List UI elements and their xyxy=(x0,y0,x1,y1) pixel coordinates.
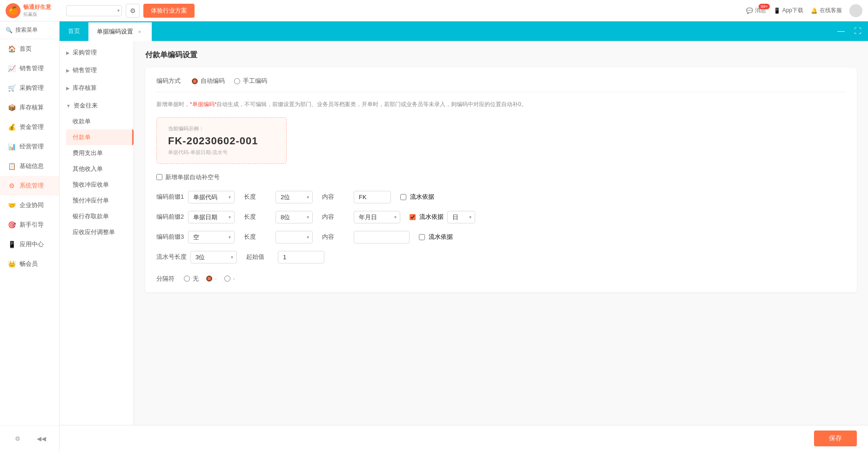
sidebar-label-finance: 资金管理 xyxy=(20,123,44,131)
tab-close-icon[interactable]: × xyxy=(136,28,143,35)
trial-button[interactable]: 体验行业方案 xyxy=(143,4,195,18)
sub-item-bank[interactable]: 银行存取款单 xyxy=(66,209,134,224)
auto-fill-checkbox[interactable] xyxy=(156,174,162,180)
tab-expand-btn[interactable]: ⛶ xyxy=(851,25,864,38)
user-avatar[interactable] xyxy=(849,4,862,17)
sidebar-label-collab: 企业协同 xyxy=(20,201,44,209)
serial2-unit-select[interactable]: 日 xyxy=(447,211,475,223)
service-icon: 🔔 xyxy=(811,7,818,14)
sub-item-pre-pay[interactable]: 预付冲应付单 xyxy=(66,193,134,209)
sidebar-item-base[interactable]: 📋 基础信息 xyxy=(0,156,59,176)
length3-select[interactable] xyxy=(276,231,313,243)
sidebar-item-inventory[interactable]: 📦 库存核算 xyxy=(0,98,59,117)
sidebar-nav: 🏠 首页 📈 销售管理 🛒 采购管理 📦 库存核算 💰 资金管理 📊 经 xyxy=(0,39,59,425)
auto-fill-label[interactable]: 新增单据自动补空号 xyxy=(165,173,220,182)
length1-select[interactable]: 2位 xyxy=(276,191,313,203)
settings-bottom-btn[interactable]: ⚙ xyxy=(11,431,25,445)
separator-row: 分隔符 无 · xyxy=(156,275,846,283)
save-button[interactable]: 保存 xyxy=(814,431,857,446)
sub-group-capital: ▼ 资金往来 收款单 付款单 费用支出单 其他收入单 预收冲应收单 预付冲应付单… xyxy=(60,98,134,240)
start-value-label: 起始值 xyxy=(246,253,274,261)
content1-input[interactable] xyxy=(354,191,391,203)
radio-auto[interactable]: 自动编码 xyxy=(192,77,225,85)
chevron-sales: ▶ xyxy=(66,68,70,73)
breadcrumb-wrapper xyxy=(66,5,122,16)
tab-encode-settings[interactable]: 单据编码设置 × xyxy=(88,21,152,41)
serial2-checkbox[interactable] xyxy=(410,214,416,220)
sep-dash-option[interactable]: · xyxy=(206,275,217,282)
field-length2: 长度 8位 xyxy=(244,211,313,223)
breadcrumb-input[interactable] xyxy=(66,5,122,16)
serial1-checkbox[interactable] xyxy=(400,194,406,200)
form-row-1: 编码前缀1 单据代码 长度 xyxy=(156,191,846,203)
sep-dash-radio[interactable] xyxy=(206,276,212,282)
prefix3-select[interactable]: 空 xyxy=(188,231,235,243)
tab-home[interactable]: 首页 xyxy=(60,21,88,41)
sub-group-purchase: ▶ 采购管理 xyxy=(60,45,134,61)
start-value-input[interactable] xyxy=(278,251,324,263)
chevron-purchase: ▶ xyxy=(66,50,70,55)
sub-group-inventory-label: 库存核算 xyxy=(73,84,97,92)
sample-label: 当前编码示例： xyxy=(168,125,275,132)
content2-select[interactable]: 年月日 xyxy=(354,211,400,223)
sep-none-radio[interactable] xyxy=(184,276,190,282)
sidebar-item-collab[interactable]: 🤝 企业协同 xyxy=(0,195,59,215)
sep-dot-radio[interactable] xyxy=(224,276,230,282)
sidebar-item-member[interactable]: 👑 畅会员 xyxy=(0,254,59,274)
sidebar-item-guide[interactable]: 🎯 新手引导 xyxy=(0,215,59,235)
sidebar-item-finance[interactable]: 💰 资金管理 xyxy=(0,117,59,137)
serial2-label: 流水依据 xyxy=(419,213,444,221)
sep-none-option[interactable]: 无 xyxy=(184,275,199,283)
serial3-label: 流水依据 xyxy=(429,233,453,241)
content2-select-wrapper: 年月日 xyxy=(354,211,400,223)
sub-item-income[interactable]: 其他收入单 xyxy=(66,161,134,177)
sub-item-adjust[interactable]: 应收应付调整单 xyxy=(66,224,134,240)
sidebar-search[interactable]: 🔍 搜索菜单 xyxy=(0,21,59,39)
sub-item-payment[interactable]: 付款单 xyxy=(66,129,134,145)
field-prefix2: 编码前缀2 单据日期 xyxy=(156,211,235,223)
length3-select-wrapper xyxy=(276,231,313,243)
sub-group-purchase-header[interactable]: ▶ 采购管理 xyxy=(60,45,134,61)
prefix1-select[interactable]: 单据代码 xyxy=(188,191,235,203)
radio-manual[interactable]: 手工编码 xyxy=(234,77,267,85)
radio-group: 自动编码 手工编码 xyxy=(192,77,267,85)
apps-icon: 📱 xyxy=(7,240,16,249)
sub-item-expense[interactable]: 费用支出单 xyxy=(66,145,134,161)
field-content1: 内容 xyxy=(322,191,391,203)
collapse-btn[interactable]: ◀◀ xyxy=(34,431,48,445)
sep-dot-option[interactable]: · xyxy=(224,275,235,282)
sub-group-inventory-header[interactable]: ▶ 库存核算 xyxy=(60,80,134,96)
sub-group-sales-header[interactable]: ▶ 销售管理 xyxy=(60,62,134,78)
sidebar-item-purchase[interactable]: 🛒 采购管理 xyxy=(0,78,59,98)
purchase-icon: 🛒 xyxy=(7,84,16,92)
sub-item-receipt[interactable]: 收款单 xyxy=(66,114,134,129)
serial-length-select[interactable]: 3位 xyxy=(190,251,237,263)
chevron-capital: ▼ xyxy=(66,103,71,108)
sub-group-capital-header[interactable]: ▼ 资金往来 xyxy=(60,98,134,114)
inventory-icon: 📦 xyxy=(7,103,16,112)
gear-button[interactable]: ⚙ xyxy=(126,4,140,18)
serial-length-select-wrapper: 3位 xyxy=(190,251,237,263)
app-download-item[interactable]: 📱 App下载 xyxy=(774,7,803,14)
sidebar-item-home[interactable]: 🏠 首页 xyxy=(0,39,59,59)
field-length1: 长度 2位 xyxy=(244,191,313,203)
info-text: 新增单据时，*单据编码*自动生成，不可编辑，前缀设置为部门、业务员等档案类，开单… xyxy=(156,100,846,110)
content3-input[interactable] xyxy=(354,231,410,243)
message-item[interactable]: 💬 消息 99+ xyxy=(746,7,766,14)
sub-item-pre-recv[interactable]: 预收冲应收单 xyxy=(66,177,134,193)
radio-manual-input[interactable] xyxy=(234,78,240,84)
prefix2-select[interactable]: 单据日期 xyxy=(188,211,235,223)
sidebar-item-sales[interactable]: 📈 销售管理 xyxy=(0,59,59,78)
sales-icon: 📈 xyxy=(7,64,16,73)
tab-minimize-btn[interactable]: — xyxy=(834,25,848,38)
sidebar-item-system[interactable]: ⚙ 系统管理 xyxy=(0,176,59,195)
online-service-item[interactable]: 🔔 在线客服 xyxy=(811,7,842,14)
serial3-checkbox[interactable] xyxy=(419,234,425,240)
form-row-3: 编码前缀3 空 长度 xyxy=(156,231,846,243)
length2-select[interactable]: 8位 xyxy=(276,211,313,223)
sidebar-item-operation[interactable]: 📊 经营管理 xyxy=(0,137,59,156)
main-layout: 🔍 搜索菜单 🏠 首页 📈 销售管理 🛒 采购管理 📦 库存核算 💰 xyxy=(0,21,868,451)
radio-auto-input[interactable] xyxy=(192,78,198,84)
sidebar-item-apps[interactable]: 📱 应用中心 xyxy=(0,235,59,254)
tab-bar: 首页 单据编码设置 × — ⛶ xyxy=(60,21,868,41)
